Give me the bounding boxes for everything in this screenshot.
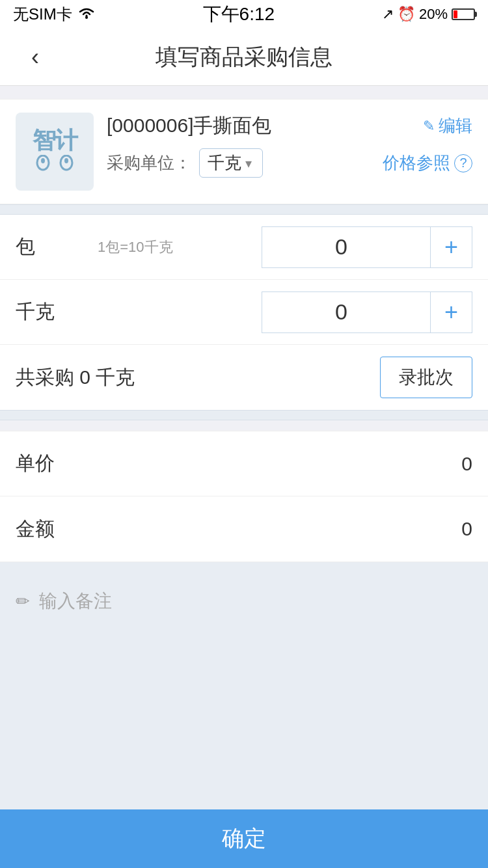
dropdown-arrow-icon: ▾: [245, 156, 252, 171]
record-batch-button[interactable]: 录批次: [380, 357, 472, 398]
pencil-icon: ✏: [16, 591, 30, 612]
nav-bar: ‹ 填写商品采购信息: [0, 29, 488, 86]
product-unit: 采购单位： 千克 ▾: [107, 148, 263, 178]
product-thumb-logo: 智计: [33, 129, 77, 174]
product-name: [0000006]手撕面包: [107, 113, 271, 139]
svg-point-4: [64, 158, 68, 163]
alarm-icon: ⏰: [398, 6, 415, 23]
unit-price-value: 0: [461, 453, 472, 475]
back-button[interactable]: ‹: [16, 38, 55, 77]
plus-icon: +: [444, 234, 458, 261]
package-input[interactable]: [262, 226, 431, 268]
product-info: [0000006]手撕面包 ✎ 编辑 采购单位： 千克 ▾ 价格参照 ?: [107, 113, 472, 178]
svg-point-0: [85, 16, 88, 19]
gps-icon: ↗: [382, 6, 394, 23]
amount-row: 金额 0: [0, 496, 488, 562]
kg-label: 千克: [16, 299, 94, 325]
unit-price-label: 单价: [16, 450, 55, 477]
package-label: 包: [16, 234, 94, 260]
price-ref-label: 价格参照: [383, 152, 450, 174]
svg-point-2: [41, 158, 45, 163]
input-section: 包 1包=10千克 + 千克 +: [0, 215, 488, 345]
battery-percent: 20%: [419, 6, 448, 23]
product-thumbnail: 智计: [16, 113, 94, 191]
summary-quantity: 0: [79, 366, 90, 388]
remark-section[interactable]: ✏ 输入备注: [0, 562, 488, 640]
amount-label: 金额: [16, 516, 55, 543]
status-right: ↗ ⏰ 20%: [382, 6, 475, 23]
unit-value: 千克: [208, 152, 241, 174]
summary-unit: 千克: [96, 366, 135, 388]
kg-input-row: 千克 +: [0, 280, 488, 345]
section-divider-1: [0, 204, 488, 215]
status-bar: 无SIM卡 下午6:12 ↗ ⏰ 20%: [0, 0, 488, 29]
kg-plus-icon: +: [444, 299, 458, 326]
price-reference-button[interactable]: 价格参照 ?: [383, 152, 472, 174]
confirm-button[interactable]: 确定: [0, 809, 488, 868]
edit-icon: ✎: [423, 118, 435, 135]
unit-label: 采购单位：: [107, 152, 191, 174]
battery-icon: [452, 8, 475, 20]
product-header: [0000006]手撕面包 ✎ 编辑: [107, 113, 472, 139]
help-icon: ?: [454, 154, 472, 172]
package-input-row: 包 1包=10千克 +: [0, 215, 488, 280]
kg-control: +: [94, 292, 472, 333]
summary-text: 共采购 0 千克: [16, 364, 135, 391]
status-time: 下午6:12: [203, 2, 275, 27]
package-plus-button[interactable]: +: [431, 226, 472, 268]
amount-value: 0: [461, 518, 472, 540]
confirm-button-label: 确定: [222, 824, 266, 854]
unit-price-row: 单价 0: [0, 431, 488, 496]
product-row2: 采购单位： 千克 ▾ 价格参照 ?: [107, 148, 472, 178]
product-card: 智计 [0000006]手撕面包 ✎ 编辑 采购单位： 千克: [0, 99, 488, 204]
summary-label: 共采购: [16, 366, 74, 388]
summary-row: 共采购 0 千克 录批次: [0, 345, 488, 410]
section-divider-2: [0, 410, 488, 420]
remark-placeholder: 输入备注: [39, 589, 112, 614]
package-control: +: [173, 226, 472, 268]
back-icon: ‹: [31, 44, 39, 71]
package-sub: 1包=10千克: [98, 237, 173, 257]
page-title: 填写商品采购信息: [156, 42, 332, 72]
wifi-icon: [77, 5, 96, 23]
carrier-text: 无SIM卡: [13, 4, 72, 25]
kg-plus-button[interactable]: +: [431, 292, 472, 333]
kg-input[interactable]: [262, 292, 431, 333]
price-info-section: 单价 0 金额 0: [0, 431, 488, 562]
edit-button[interactable]: ✎ 编辑: [423, 115, 472, 137]
status-left: 无SIM卡: [13, 4, 96, 25]
unit-select-dropdown[interactable]: 千克 ▾: [199, 148, 263, 178]
edit-label: 编辑: [439, 115, 472, 137]
